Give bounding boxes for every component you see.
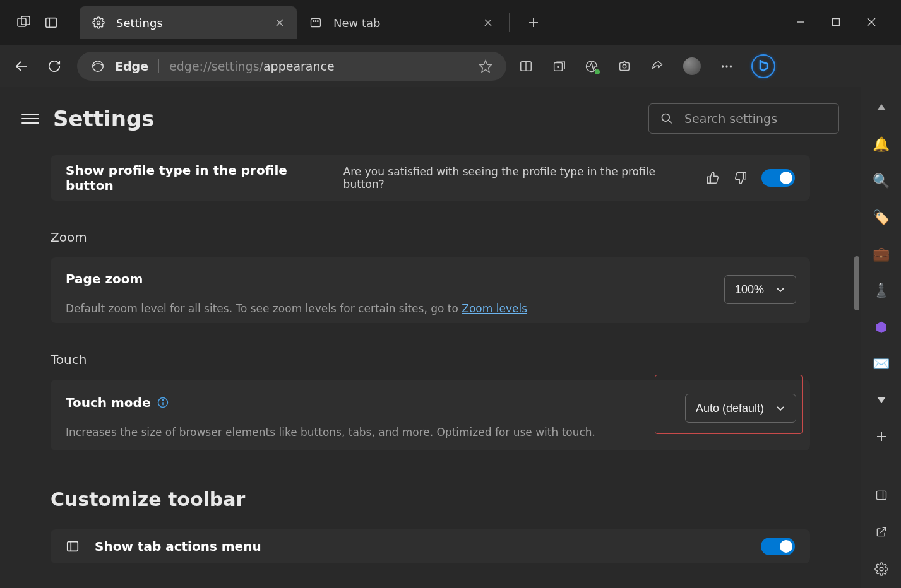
zoom-levels-link[interactable]: Zoom levels <box>462 302 527 315</box>
address-bar[interactable]: Edge edge://settings/appearance <box>77 52 506 81</box>
screenshot-icon[interactable] <box>618 59 631 73</box>
feedback-question: Are you satisfied with seeing the profil… <box>343 165 693 191</box>
tab-actions-toggle[interactable] <box>761 538 795 555</box>
favorite-star-icon[interactable] <box>479 59 492 73</box>
workspaces-icon[interactable] <box>16 15 32 30</box>
tab-settings[interactable]: Settings <box>80 6 297 39</box>
address-brand: Edge <box>115 59 148 73</box>
profile-avatar[interactable] <box>683 57 701 75</box>
setting-title: Page zoom <box>66 271 143 286</box>
info-icon[interactable] <box>157 396 169 409</box>
svg-rect-43 <box>876 491 886 499</box>
bing-chat-button[interactable] <box>749 52 778 81</box>
setting-profile-type-row: Show profile type in the profile button … <box>51 155 810 201</box>
performance-icon[interactable] <box>585 59 599 73</box>
svg-point-29 <box>725 65 727 67</box>
svg-point-32 <box>662 114 670 121</box>
search-settings-input[interactable]: Search settings <box>648 103 839 134</box>
window-titlebar: Settings New tab <box>0 0 901 45</box>
setting-tab-actions-row: Show tab actions menu <box>51 529 810 563</box>
svg-rect-16 <box>833 19 840 26</box>
svg-point-28 <box>722 65 724 67</box>
chevron-down-icon <box>775 285 785 295</box>
thumbs-down-button[interactable] <box>734 171 748 185</box>
svg-rect-7 <box>311 18 321 26</box>
svg-marker-40 <box>877 397 886 403</box>
close-window-button[interactable] <box>867 18 877 28</box>
sidebar-more-icon[interactable] <box>873 391 890 409</box>
dropdown-value: Auto (default) <box>696 402 764 415</box>
more-menu-icon[interactable] <box>720 59 734 73</box>
svg-point-27 <box>623 64 626 68</box>
svg-point-8 <box>313 21 314 22</box>
thumbs-up-button[interactable] <box>706 171 720 185</box>
setting-description: Increases the size of browser elements l… <box>66 425 595 440</box>
setting-title: Show profile type in the profile button <box>66 163 335 193</box>
minimize-button[interactable] <box>796 18 806 28</box>
tab-label: New tab <box>333 16 381 30</box>
close-tab-button[interactable] <box>484 18 492 27</box>
settings-page: Settings Search settings Show profile ty… <box>0 87 861 588</box>
close-tab-button[interactable] <box>275 18 284 27</box>
sidebar-panel-icon[interactable] <box>873 486 890 504</box>
sidebar-divider <box>871 466 892 466</box>
svg-rect-37 <box>68 542 78 551</box>
search-placeholder: Search settings <box>684 112 777 126</box>
back-button[interactable] <box>11 56 32 76</box>
refresh-button[interactable] <box>44 56 64 76</box>
svg-point-31 <box>752 55 775 78</box>
setting-touch-mode-row: Touch mode Increases the size of browser… <box>51 380 810 450</box>
settings-header: Settings Search settings <box>0 87 861 150</box>
sidebar-search-icon[interactable]: 🔍 <box>873 172 890 189</box>
window-controls <box>796 18 893 28</box>
profile-type-toggle[interactable] <box>761 169 795 187</box>
sidebar-open-external-icon[interactable] <box>873 523 890 541</box>
section-customize-toolbar: Customize toolbar <box>51 488 810 510</box>
svg-marker-39 <box>877 104 886 110</box>
split-screen-icon[interactable] <box>519 59 533 73</box>
share-icon[interactable] <box>650 59 664 73</box>
collections-icon[interactable] <box>552 59 566 73</box>
sidebar-settings-icon[interactable] <box>873 560 890 578</box>
page-title: Settings <box>53 106 155 131</box>
edge-sidebar: 🔔 🔍 🏷️ 💼 ♟️ ⬢ ✉️ <box>861 87 901 588</box>
svg-point-9 <box>315 21 316 22</box>
sidebar-tools-icon[interactable]: 💼 <box>873 245 890 262</box>
dropdown-value: 100% <box>735 283 764 297</box>
setting-title: Touch mode <box>66 395 150 410</box>
menu-button[interactable] <box>21 114 39 124</box>
svg-point-10 <box>318 21 319 22</box>
touch-mode-dropdown[interactable]: Auto (default) <box>685 394 796 423</box>
scrollbar-thumb[interactable] <box>854 256 859 310</box>
svg-point-30 <box>730 65 732 67</box>
address-url: edge://settings/appearance <box>169 59 335 73</box>
setting-description: Default zoom level for all sites. To see… <box>66 302 527 317</box>
section-zoom-label: Zoom <box>51 230 810 245</box>
maximize-button[interactable] <box>832 18 842 28</box>
sidebar-office-icon[interactable]: ⬢ <box>873 318 890 336</box>
sidebar-collapse-icon[interactable] <box>873 98 890 116</box>
edge-logo-icon <box>91 59 105 73</box>
sidebar-shopping-icon[interactable]: 🏷️ <box>873 208 890 226</box>
sidebar-add-icon[interactable] <box>873 428 890 445</box>
search-icon <box>660 112 673 125</box>
svg-marker-21 <box>480 61 491 72</box>
sidebar-outlook-icon[interactable]: ✉️ <box>873 355 890 372</box>
section-touch-label: Touch <box>51 352 810 367</box>
tab-strip: Settings New tab <box>80 6 544 39</box>
tab-actions-icon[interactable] <box>44 16 58 30</box>
newtab-page-icon <box>309 16 322 29</box>
svg-point-20 <box>93 61 104 72</box>
tab-new-tab[interactable]: New tab <box>297 6 505 39</box>
sidebar-games-icon[interactable]: ♟️ <box>873 281 890 299</box>
new-tab-button[interactable] <box>523 13 544 33</box>
tab-divider <box>509 13 510 32</box>
sidebar-notifications-icon[interactable]: 🔔 <box>873 135 890 153</box>
page-zoom-dropdown[interactable]: 100% <box>724 275 796 304</box>
svg-line-33 <box>669 120 672 123</box>
tab-label: Settings <box>116 16 163 30</box>
setting-page-zoom-row: Page zoom Default zoom level for all sit… <box>51 257 810 323</box>
svg-point-4 <box>97 21 100 25</box>
setting-title: Show tab actions menu <box>95 539 261 554</box>
browser-toolbar: Edge edge://settings/appearance <box>0 45 901 87</box>
